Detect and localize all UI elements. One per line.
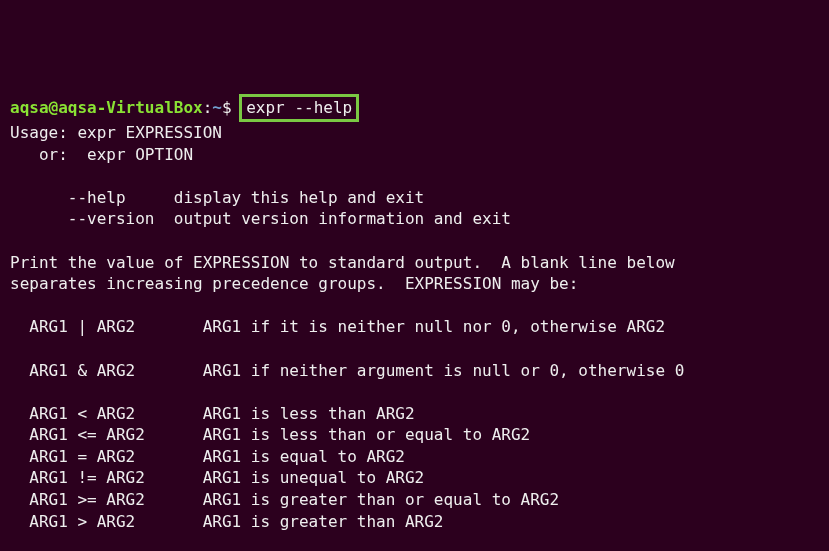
out-line-04: --help display this help and exit (10, 188, 424, 207)
out-line-14: ARG1 < ARG2 ARG1 is less than ARG2 (10, 404, 415, 423)
out-line-19: ARG1 > ARG2 ARG1 is greater than ARG2 (10, 512, 443, 531)
prompt-path: ~ (212, 98, 222, 117)
out-line-08: separates increasing precedence groups. … (10, 274, 578, 293)
out-line-12: ARG1 & ARG2 ARG1 if neither argument is … (10, 361, 684, 380)
out-line-15: ARG1 <= ARG2 ARG1 is less than or equal … (10, 425, 530, 444)
command-text: expr --help (246, 98, 352, 117)
out-line-02: or: expr OPTION (10, 145, 193, 164)
out-line-16: ARG1 = ARG2 ARG1 is equal to ARG2 (10, 447, 405, 466)
out-line-18: ARG1 >= ARG2 ARG1 is greater than or equ… (10, 490, 559, 509)
prompt-symbol: $ (222, 98, 232, 117)
prompt-user-host: aqsa@aqsa-VirtualBox (10, 98, 203, 117)
prompt: aqsa@aqsa-VirtualBox:~$ (10, 98, 232, 117)
out-line-10: ARG1 | ARG2 ARG1 if it is neither null n… (10, 317, 665, 336)
prompt-separator: : (203, 98, 213, 117)
out-line-17: ARG1 != ARG2 ARG1 is unequal to ARG2 (10, 468, 424, 487)
out-line-01: Usage: expr EXPRESSION (10, 123, 222, 142)
out-line-07: Print the value of EXPRESSION to standar… (10, 253, 675, 272)
command-highlight: expr --help (239, 94, 359, 122)
terminal[interactable]: aqsa@aqsa-VirtualBox:~$ expr --help Usag… (10, 94, 819, 551)
out-line-05: --version output version information and… (10, 209, 511, 228)
